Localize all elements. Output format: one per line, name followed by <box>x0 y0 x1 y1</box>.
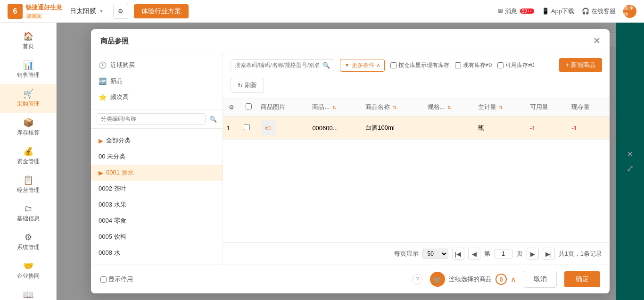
mobile-icon: 📱 <box>542 8 549 15</box>
col-settings[interactable]: ⚙ <box>223 98 240 117</box>
col-stock: 现存量 <box>568 98 610 117</box>
nav-dropdown[interactable]: 日太阳膜 ▼ <box>64 7 109 16</box>
filter-arrow-icon: ∧ <box>376 62 380 68</box>
category-item-snacks[interactable]: 0004 零食 <box>91 213 223 229</box>
panel-collapse-button[interactable]: 《 <box>223 91 223 115</box>
category-item-drinks[interactable]: 0005 饮料 <box>91 229 223 245</box>
col-check <box>240 98 257 117</box>
category-item-uncategorized[interactable]: 00 未分类 <box>91 149 223 165</box>
product-search-input[interactable] <box>235 62 320 68</box>
page-last-button[interactable]: ▶| <box>543 248 555 260</box>
guide-icon: 📖 <box>23 290 33 300</box>
product-reference-modal: 商品参照 ✕ 🕐 近期购买 🆕 <box>91 29 610 293</box>
show-disabled-checkbox-label[interactable]: 显示停用 <box>100 275 133 283</box>
add-product-button[interactable]: + 新增商品 <box>559 58 602 72</box>
category-item-water[interactable]: 0008 水 <box>91 245 223 261</box>
tab-frequent[interactable]: ⭐ 频次高 <box>91 89 223 105</box>
col-name: 商品名称 ⇅ <box>362 98 423 117</box>
left-panel-tabs: 🕐 近期购买 🆕 新品 ⭐ 频次高 <box>91 53 223 109</box>
category-item-appliances[interactable]: 0010 家电 <box>91 261 223 265</box>
confirm-button[interactable]: 确定 <box>564 271 600 287</box>
left-panel: 🕐 近期购买 🆕 新品 ⭐ 频次高 <box>91 53 223 265</box>
product-search-box: 🔍 <box>231 59 334 71</box>
page-first-button[interactable]: |◀ <box>452 248 464 260</box>
cta-button[interactable]: 体验行业方案 <box>134 4 189 18</box>
show-stock-checkbox[interactable] <box>390 62 396 68</box>
cell-image: 🏷 <box>257 117 308 140</box>
chevron-down-icon: ▼ <box>99 8 104 14</box>
checkbox-stock-neq0[interactable]: 现有库存≠0 <box>455 61 492 69</box>
table-row[interactable]: 1 🏷 <box>223 117 610 140</box>
sort-name-icon[interactable]: ⇅ <box>393 105 396 110</box>
cancel-button[interactable]: 取消 <box>524 271 557 288</box>
checkbox-available-neq0[interactable]: 可用库存≠0 <box>497 61 534 69</box>
product-search-icon[interactable]: 🔍 <box>322 62 330 69</box>
app-download-button[interactable]: 📱 App下载 <box>542 7 574 16</box>
message-icon: ✉ <box>498 8 503 15</box>
per-page-select[interactable]: 50 100 200 <box>422 249 448 259</box>
logo-line1: 畅捷通好生意 <box>25 3 62 12</box>
category-search-area: 🔍 <box>91 109 223 129</box>
sort-unit-icon[interactable]: ⇅ <box>499 105 503 110</box>
purchase-icon: 🛒 <box>23 89 33 99</box>
sidebar-item-purchase[interactable]: 🛒 采购管理 <box>0 84 56 113</box>
sidebar-item-sales[interactable]: 📊 销售管理 <box>0 55 56 84</box>
user-profile[interactable]: 徐泽华 <box>623 5 636 18</box>
refresh-table-button[interactable]: ↻ 刷新 <box>231 78 264 93</box>
select-all-checkbox[interactable] <box>246 103 252 109</box>
cell-stock: -1 <box>568 117 610 140</box>
cart-icon[interactable]: 🛒 <box>430 272 445 287</box>
checkbox-show-stock[interactable]: 按仓库显示现有库存 <box>390 61 449 69</box>
sidebar-item-finance[interactable]: 💰 资金管理 <box>0 142 56 170</box>
sidebar-item-basic[interactable]: 🗂 基础信息 <box>0 199 56 227</box>
modal-body: 🕐 近期购买 🆕 新品 ⭐ 频次高 <box>91 53 610 265</box>
content-area: 查询 设置 刷新 ✕ ⤢ 商品参照 ✕ <box>57 23 644 300</box>
sidebar-item-operations[interactable]: 📋 经营管理 <box>0 170 56 199</box>
col-image: 商品图片 <box>257 98 308 117</box>
messages-button[interactable]: ✉ 消息 99++ <box>498 7 534 16</box>
logo-badge: 捷易版 <box>25 13 42 19</box>
inventory-icon: 📦 <box>23 117 33 128</box>
page-next-button[interactable]: ▶ <box>527 248 539 260</box>
sidebar-item-home[interactable]: 🏠 首页 <box>0 26 56 55</box>
category-item-fruit[interactable]: 0003 水果 <box>91 197 223 213</box>
sidebar: 🏠 首页 📊 销售管理 🛒 采购管理 📦 库存核算 💰 资金管理 📋 经营管理 … <box>0 23 57 300</box>
sort-spec-icon[interactable]: ⇅ <box>447 105 451 110</box>
category-search-icon[interactable]: 🔍 <box>209 116 217 123</box>
headset-icon: 🎧 <box>582 8 589 15</box>
row-checkbox[interactable] <box>244 124 250 130</box>
pagination: 每页显示 50 100 200 |◀ ◀ 第 页 ▶ <box>223 242 610 265</box>
sidebar-item-inventory[interactable]: 📦 库存核算 <box>0 113 56 142</box>
cart-area: 🛒 连续选择的商品 0 ∧ <box>430 272 516 287</box>
arrow-icon: ▶ <box>99 137 103 144</box>
page-prev-button[interactable]: ◀ <box>468 248 480 260</box>
category-item-liquor[interactable]: ▶ 0001 酒水 <box>91 165 223 181</box>
help-button[interactable]: ? <box>412 274 422 284</box>
page-number-input[interactable] <box>494 249 513 258</box>
cell-check[interactable] <box>240 117 257 140</box>
online-service-button[interactable]: 🎧 在线客服 <box>582 7 616 16</box>
category-item-tea[interactable]: 0002 茶叶 <box>91 181 223 197</box>
tab-recent-purchase[interactable]: 🕐 近期购买 <box>91 57 223 73</box>
stock-neq0-checkbox[interactable] <box>455 62 461 68</box>
more-filters-button[interactable]: ▼ 更多条件 ∧ <box>340 59 385 72</box>
cell-index: 1 <box>223 117 240 140</box>
cart-collapse-button[interactable]: ∧ <box>511 275 516 284</box>
logo-icon: 6 <box>8 4 23 19</box>
available-neq0-checkbox[interactable] <box>497 62 504 68</box>
sort-code-icon[interactable]: ⇅ <box>332 105 336 110</box>
sidebar-item-system[interactable]: ⚙ 系统管理 <box>0 227 56 256</box>
show-disabled-checkbox[interactable] <box>100 276 107 283</box>
modal-close-button[interactable]: ✕ <box>593 36 600 46</box>
category-item-all[interactable]: ▶ 全部分类 <box>91 133 223 149</box>
avatar: 徐泽华 <box>623 5 636 18</box>
tab-new-products[interactable]: 🆕 新品 <box>91 73 223 89</box>
product-table: ⚙ 商品图片 商品... ⇅ <box>223 98 610 140</box>
category-search-input[interactable] <box>97 113 206 125</box>
modal-overlay: 商品参照 ✕ 🕐 近期购买 🆕 <box>57 23 644 300</box>
clock-icon: 🕐 <box>99 61 107 69</box>
sidebar-item-guide[interactable]: 📖 新手引导 <box>0 285 56 300</box>
settings-icon[interactable]: ⚙ <box>113 4 128 19</box>
finance-icon: 💰 <box>23 146 33 157</box>
sidebar-item-enterprise[interactable]: 🤝 企业协同 <box>0 256 56 285</box>
